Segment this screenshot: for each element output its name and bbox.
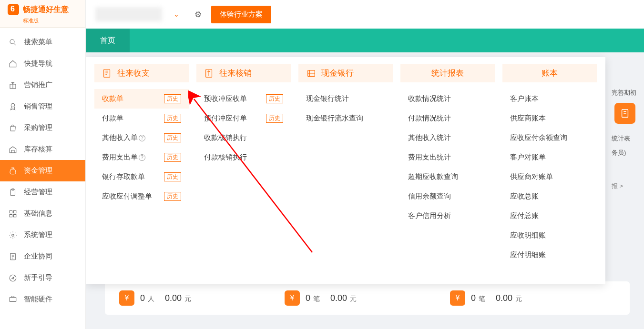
flyout-title-2: 往来核销 — [219, 68, 252, 79]
flyout-title-4: 统计报表 — [431, 68, 464, 79]
menu-item-label: 银行存取款单 — [102, 172, 145, 181]
svg-rect-6 — [14, 210, 16, 213]
history-badge[interactable]: 历史 — [266, 94, 283, 103]
menu-item-col1-5[interactable]: 应收应付调整单历史 — [94, 187, 189, 206]
sidebar-item-2[interactable]: 营销推广 — [0, 74, 85, 96]
history-badge[interactable]: 历史 — [164, 192, 181, 200]
menu-item-col4-2[interactable]: 其他收入统计 — [400, 128, 495, 148]
menu-item-col1-1[interactable]: 付款单历史 — [94, 109, 189, 128]
menu-item-col4-3[interactable]: 费用支出统计 — [400, 148, 495, 167]
flyout-col-ledger: 账本 客户账本供应商账本应收应付余额查询客户对账单供应商对账单应收总账应付总账应… — [499, 64, 601, 265]
svg-point-9 — [12, 234, 14, 236]
flyout-header-writeoff: 往来核销 — [196, 64, 291, 82]
sidebar-item-7[interactable]: 经营管理 — [0, 181, 85, 203]
svg-rect-13 — [104, 69, 110, 77]
menu-item-col5-1[interactable]: 供应商账本 — [502, 109, 597, 128]
sidebar-item-9[interactable]: 系统管理 — [0, 224, 85, 246]
flyout-col-receipts: 往来收支 收款单历史付款单历史其他收入单?历史费用支出单?历史银行存取款单历史应… — [91, 64, 193, 265]
sidebar-item-4[interactable]: 采购管理 — [0, 117, 85, 139]
menu-item-col3-0[interactable]: 现金银行统计 — [298, 89, 393, 109]
menu-item-label: 收款单 — [102, 94, 123, 103]
menu-item-col4-0[interactable]: 收款情况统计 — [400, 89, 495, 109]
svg-point-0 — [10, 40, 14, 44]
sidebar-item-10[interactable]: 企业协同 — [0, 246, 85, 267]
help-icon: ? — [139, 154, 145, 161]
history-badge[interactable]: 历史 — [164, 94, 181, 103]
settings-gear-icon[interactable]: ⚙ — [191, 10, 205, 20]
flyout-list-5: 客户账本供应商账本应收应付余额查询客户对账单供应商对账单应收总账应付总账应收明细… — [502, 89, 597, 265]
history-badge[interactable]: 历史 — [164, 133, 181, 142]
flyout-list-1: 收款单历史付款单历史其他收入单?历史费用支出单?历史银行存取款单历史应收应付调整… — [94, 89, 189, 206]
menu-item-col5-3[interactable]: 客户对账单 — [502, 148, 597, 167]
compass-icon — [9, 274, 17, 282]
stat-block-2: ¥ 0 笔 0.00 元 — [285, 290, 450, 306]
menu-item-col5-6[interactable]: 应付总账 — [502, 206, 597, 226]
menu-item-col2-2[interactable]: 收款核销执行 — [196, 128, 291, 148]
menu-item-col5-0[interactable]: 客户账本 — [502, 89, 597, 109]
menu-item-col2-0[interactable]: 预收冲应收单历史 — [196, 89, 291, 109]
history-badge[interactable]: 历史 — [266, 114, 283, 122]
brand-logo: 畅捷通好生意 — [0, 0, 85, 17]
trial-plan-button[interactable]: 体验行业方案 — [211, 6, 271, 23]
menu-item-col4-1[interactable]: 付款情况统计 — [400, 109, 495, 128]
org-selector-redacted — [95, 7, 162, 21]
history-badge[interactable]: 历史 — [164, 172, 181, 181]
bag-icon — [9, 124, 17, 132]
menu-item-label: 付款情况统计 — [408, 114, 451, 123]
menu-item-col1-4[interactable]: 银行存取款单历史 — [94, 167, 189, 187]
right-panel-peek: 完善期初 统计表 务员) 报 > — [611, 86, 644, 193]
stat3-amt: 0.00 — [496, 293, 512, 303]
menu-item-col2-1[interactable]: 预付冲应付单历史 — [196, 109, 291, 128]
history-badge[interactable]: 历史 — [164, 114, 181, 122]
stat-money-icon: ¥ — [285, 290, 300, 306]
flyout-title-3: 现金银行 — [321, 68, 354, 79]
help-icon: ? — [139, 135, 145, 141]
side-menu: 搜索菜单快捷导航营销推广销售管理采购管理库存核算资金管理经营管理基础信息系统管理… — [0, 28, 85, 310]
sidebar-item-12[interactable]: 智能硬件 — [0, 289, 85, 310]
sidebar-item-0[interactable]: 搜索菜单 — [0, 31, 85, 53]
sidebar-item-3[interactable]: 销售管理 — [0, 96, 85, 117]
sidebar-label: 搜索菜单 — [24, 38, 52, 47]
svg-rect-12 — [10, 297, 16, 301]
org-dropdown-arrow-icon[interactable]: ⌄ — [168, 10, 185, 18]
sidebar-item-1[interactable]: 快捷导航 — [0, 53, 85, 74]
sidebar: 畅捷通好生意 标准版 搜索菜单快捷导航营销推广销售管理采购管理库存核算资金管理经… — [0, 0, 86, 329]
tab-home[interactable]: 首页 — [86, 29, 130, 52]
peek-more-link[interactable]: 报 > — [611, 179, 644, 193]
flyout-title-1: 往来收支 — [117, 68, 150, 79]
menu-item-col1-0[interactable]: 收款单历史 — [94, 89, 189, 109]
sidebar-item-5[interactable]: 库存核算 — [0, 139, 85, 160]
menu-item-label: 信用余额查询 — [408, 192, 451, 201]
sidebar-label: 智能硬件 — [24, 295, 52, 304]
menu-item-col4-4[interactable]: 超期应收款查询 — [400, 167, 495, 187]
sidebar-item-8[interactable]: 基础信息 — [0, 203, 85, 224]
menu-item-label: 费用支出统计 — [408, 153, 451, 162]
svg-rect-8 — [14, 214, 16, 217]
menu-item-col1-2[interactable]: 其他收入单?历史 — [94, 128, 189, 148]
menu-item-col5-8[interactable]: 应付明细账 — [502, 245, 597, 265]
menu-item-col1-3[interactable]: 费用支出单?历史 — [94, 148, 189, 167]
menu-item-col2-3[interactable]: 付款核销执行 — [196, 148, 291, 167]
note-icon — [9, 252, 17, 261]
history-badge[interactable]: 历史 — [164, 153, 181, 161]
menu-item-col4-5[interactable]: 信用余额查询 — [400, 187, 495, 206]
sidebar-item-6[interactable]: 资金管理 — [0, 160, 85, 181]
sidebar-label: 营销推广 — [24, 80, 52, 90]
menu-item-col5-4[interactable]: 供应商对账单 — [502, 167, 597, 187]
home-icon — [9, 60, 17, 68]
menu-item-col3-1[interactable]: 现金银行流水查询 — [298, 109, 393, 128]
menu-item-label: 客户信用分析 — [408, 211, 451, 220]
menu-item-label: 付款单 — [102, 114, 123, 123]
floating-action-button[interactable] — [614, 103, 635, 124]
peek-line-2a: 统计表 — [611, 131, 644, 146]
flyout-header-ledger: 账本 — [502, 64, 597, 82]
menu-item-col5-7[interactable]: 应收明细账 — [502, 226, 597, 245]
sidebar-label: 新手引导 — [24, 273, 52, 282]
menu-item-col4-6[interactable]: 客户信用分析 — [400, 206, 495, 226]
menu-item-col5-2[interactable]: 应收应付余额查询 — [502, 128, 597, 148]
flyout-title-5: 账本 — [542, 68, 558, 79]
stat1-val: 0 — [140, 293, 145, 303]
sidebar-item-11[interactable]: 新手引导 — [0, 267, 85, 289]
menu-item-label: 应付明细账 — [510, 250, 546, 259]
menu-item-col5-5[interactable]: 应收总账 — [502, 187, 597, 206]
